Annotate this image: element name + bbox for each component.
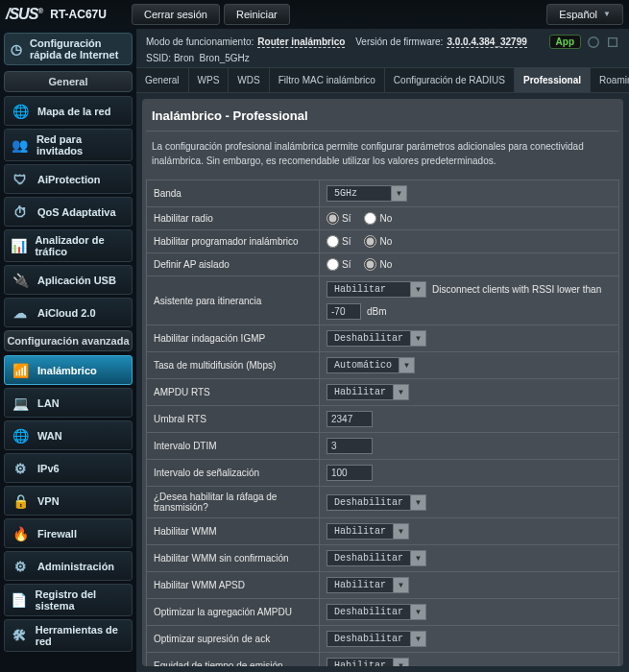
sidebar-item-wan[interactable]: 🌐WAN (4, 420, 133, 450)
sidebar-header-general: General (4, 71, 133, 92)
radio-enable-yes[interactable]: Sí (327, 212, 351, 225)
svg-rect-1 (609, 37, 617, 46)
chevron-down-icon: ▼ (399, 357, 415, 373)
chevron-down-icon: ▼ (411, 604, 426, 620)
main-area: Modo de funcionamiento: Router inalámbri… (136, 29, 629, 672)
chevron-down-icon: ▼ (392, 185, 407, 202)
airtime-select[interactable]: Habilitar▼ (327, 658, 409, 666)
sidebar-item-vpn[interactable]: 🔒VPN (4, 486, 133, 516)
sidebar-item-wireless[interactable]: 📶Inalámbrico (4, 355, 133, 385)
ack-supp-select[interactable]: Deshabilitar▼ (327, 631, 426, 647)
chevron-down-icon: ▼ (411, 550, 426, 566)
chevron-down-icon: ▼ (394, 523, 409, 540)
sidebar-item-nettools[interactable]: 🛠Herramientas de red (4, 619, 133, 652)
sidebar-item-usb[interactable]: 🔌Aplicación USB (4, 265, 133, 295)
info-bar: Modo de funcionamiento: Router inalámbri… (136, 29, 629, 53)
radio-enable-group: Sí No (327, 212, 612, 225)
chevron-down-icon: ▼ (411, 631, 426, 647)
settings-panel: Inalámbrico - Professional La configurac… (142, 99, 623, 666)
chevron-down-icon: ▼ (394, 577, 409, 593)
band-select[interactable]: 5GHz▼ (327, 185, 407, 202)
usb-icon: 🔌 (11, 271, 30, 290)
gear-icon: ⚙ (11, 557, 30, 576)
tabs: General WPS WDS Filtro MAC inalámbrico C… (136, 67, 629, 93)
sidebar-item-firewall[interactable]: 🔥Firewall (4, 518, 133, 548)
tab-wds[interactable]: WDS (229, 68, 269, 92)
vpn-icon: 🔒 (11, 492, 30, 511)
cloud-icon: ☁ (11, 303, 30, 323)
sidebar-item-syslog[interactable]: 📄Registro del sistema (4, 584, 133, 616)
rssi-input[interactable] (327, 303, 361, 320)
sidebar-item-qos[interactable]: ⏱QoS Adaptativa (4, 197, 133, 227)
sidebar-item-aicloud[interactable]: ☁AiCloud 2.0 (4, 298, 133, 327)
sidebar-item-lan[interactable]: 💻LAN (4, 388, 133, 418)
sidebar-item-guest[interactable]: 👥Red para invitados (4, 129, 133, 161)
chart-icon: 📊 (11, 236, 27, 255)
wmm-apsd-select[interactable]: Habilitar▼ (327, 577, 409, 593)
tab-wps[interactable]: WPS (189, 68, 230, 92)
chevron-down-icon: ▼ (394, 384, 409, 400)
top-bar: /SUS® RT-AC67U Cerrar sesión Reiniciar E… (0, 0, 629, 29)
chevron-down-icon: ▼ (411, 330, 426, 347)
sidebar-item-aiprotection[interactable]: 🛡AiProtection (4, 164, 133, 194)
wmm-noack-select[interactable]: Deshabilitar▼ (327, 550, 426, 566)
fire-icon: 🔥 (11, 524, 30, 543)
scheduler-group: Sí No (327, 235, 612, 248)
chevron-down-icon: ▼ (411, 281, 426, 298)
wmm-select[interactable]: Habilitar▼ (327, 523, 409, 540)
tab-general[interactable]: General (136, 68, 189, 92)
brand-logo: /SUS® (6, 6, 42, 23)
settings-table: Banda 5GHz▼ Habilitar radio Sí No Habili… (146, 180, 619, 666)
wifi-icon: 📶 (11, 361, 30, 380)
chevron-down-icon: ▼ (603, 5, 611, 24)
model-name: RT-AC67U (50, 8, 107, 21)
beacon-input[interactable] (327, 465, 373, 481)
rts-input[interactable] (327, 411, 373, 427)
globe-icon: 🌐 (11, 102, 30, 121)
svg-point-0 (589, 36, 599, 47)
tab-professional[interactable]: Professional (515, 68, 591, 92)
language-select[interactable]: Español ▼ (546, 4, 623, 25)
roaming-select[interactable]: Habilitar▼ (327, 281, 426, 298)
apisolate-yes[interactable]: Sí (327, 258, 351, 271)
ampdu-opt-select[interactable]: Deshabilitar▼ (327, 604, 426, 620)
panel-desc: La configuración profesional inalámbrica… (146, 132, 619, 180)
ampdurts-select[interactable]: Habilitar▼ (327, 384, 409, 400)
sidebar-header-advanced: Configuración avanzada (4, 330, 133, 351)
igmp-select[interactable]: Deshabilitar▼ (327, 330, 426, 347)
tab-roaming-block[interactable]: Roaming Block List (591, 68, 629, 92)
panel-title: Inalámbrico - Professional (146, 107, 619, 132)
sidebar-item-traffic[interactable]: 📊Analizador de tráfico (4, 229, 133, 262)
sidebar-item-admin[interactable]: ⚙Administración (4, 551, 133, 581)
tab-macfilter[interactable]: Filtro MAC inalámbrico (270, 68, 385, 92)
tab-radius[interactable]: Configuración de RADIUS (385, 68, 515, 92)
op-mode-link[interactable]: Router inalámbrico (257, 36, 345, 48)
quick-setup-button[interactable]: ◷ Configuración rápida de Internet (4, 33, 133, 65)
logout-button[interactable]: Cerrar sesión (132, 4, 220, 25)
multicast-select[interactable]: Automático▼ (327, 357, 415, 373)
tools-icon: 🛠 (11, 626, 28, 645)
users-icon: 👥 (11, 135, 29, 155)
language-label: Español (559, 5, 597, 24)
chevron-down-icon: ▼ (411, 494, 426, 511)
reboot-button[interactable]: Reiniciar (224, 4, 290, 25)
ipv6-icon: ⚙ (11, 459, 30, 478)
status-icon-1 (587, 36, 600, 49)
sidebar-item-ipv6[interactable]: ⚙IPv6 (4, 453, 133, 483)
radio-enable-no[interactable]: No (364, 212, 392, 225)
sidebar: ◷ Configuración rápida de Internet Gener… (0, 29, 136, 672)
fw-version-link[interactable]: 3.0.0.4.384_32799 (447, 36, 526, 48)
speed-icon: ⏱ (11, 203, 30, 222)
lan-icon: 💻 (11, 394, 30, 413)
ssid-line: SSID: Bron Bron_5GHz (136, 53, 629, 67)
dtim-input[interactable] (327, 438, 373, 454)
apisolate-no[interactable]: No (364, 258, 392, 271)
apisolate-group: Sí No (327, 258, 612, 271)
txburst-select[interactable]: Deshabilitar▼ (327, 494, 426, 511)
sidebar-item-netmap[interactable]: 🌐Mapa de la red (4, 96, 133, 126)
app-badge[interactable]: App (549, 35, 581, 49)
chevron-down-icon: ▼ (394, 658, 409, 666)
scheduler-no[interactable]: No (364, 235, 392, 248)
globe-icon: 🌐 (11, 426, 30, 445)
scheduler-yes[interactable]: Sí (327, 235, 351, 248)
